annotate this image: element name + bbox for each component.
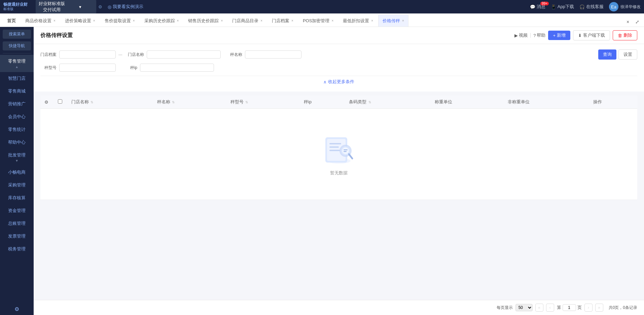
close-icon[interactable]: × [402,19,404,23]
th-scale-name: 秤名称 ⇅ [153,96,226,109]
tab-price-scale[interactable]: 价格传秤 × [378,14,408,27]
tab-purchase-history[interactable]: 采购历史价跟踪 × [140,14,183,27]
last-page-btn[interactable]: » [595,304,603,312]
top-bar: 畅捷通好业财 标准版 好业财标准版交付试用 ▾ ⚙ ◎ 我要看实例演示 💬 消息… [0,0,644,13]
collapse-more-btn[interactable]: ∧ 收起更多条件 [321,77,357,86]
message-btn[interactable]: 💬 消息 99+ [530,4,545,10]
sidebar-item-label: 智慧门店 [8,75,26,81]
user-menu[interactable]: Ea 徐泽华修改 [609,2,641,11]
close-icon[interactable]: × [371,19,373,23]
sidebar-item-label: 资金管理 [8,208,26,214]
page-number-input[interactable] [563,304,576,311]
th-weight-unit: 称重单位 [431,96,504,109]
demo-link[interactable]: ◎ 我要看实例演示 [108,4,143,10]
sidebar-item-smart-store[interactable]: 智慧门店 [0,72,34,85]
sidebar-item-purchase[interactable]: 采购管理 [0,179,34,191]
app-download-btn[interactable]: 📱 App下载 [551,4,574,10]
headset-icon: 🎧 [579,4,585,9]
tab-home-label: 首页 [7,18,16,24]
add-button[interactable]: + 新增 [548,31,570,40]
tab-store-catalog[interactable]: 门店商品目录 × [228,14,267,27]
close-icon[interactable]: × [221,19,223,23]
pagination-bar: 每页显示 50 10 20 100 « ‹ 算 页 › » 共0页，0条记录 [34,300,644,315]
th-label: 称重单位 [435,99,452,104]
filter-ellipsis-btn[interactable]: ··· [118,52,122,57]
close-icon[interactable]: × [260,19,262,23]
message-icon: 💬 [530,4,535,9]
prev-page-btn[interactable]: ‹ [546,304,554,312]
tab-sale-price[interactable]: 售价提取设置 × [100,14,139,27]
sidebar-item-retail[interactable]: 零售管理 ▲ [0,55,34,72]
window-controls: × ⤢ [624,18,641,27]
settings-filter-btn[interactable]: 设置 [618,49,637,60]
per-page-select[interactable]: 50 10 20 100 [515,304,533,311]
th-barcode-type: 条码类型 ⇅ [345,96,431,109]
tab-pos-manage[interactable]: POS加密管理 × [298,14,338,27]
sidebar-item-invoice[interactable]: 发票管理 [0,230,34,243]
tab-store-profile[interactable]: 门店档案 × [267,14,298,27]
sidebar-item-tax[interactable]: 税务管理 [0,243,34,255]
export-button[interactable]: ⬇ 客户端下载 [573,30,610,40]
page-prefix-label: 算 [557,305,561,311]
settings-label: 设置 [623,51,632,58]
sidebar-item-inventory[interactable]: 库存核算 [0,191,34,204]
sidebar-item-retail-stats[interactable]: 零售统计 [0,123,34,136]
close-icon[interactable]: × [177,19,179,23]
filter-scale-model-input[interactable] [59,64,116,72]
tab-label: 门店商品目录 [232,18,258,24]
sidebar-item-finance[interactable]: 资金管理 [0,204,34,217]
maximize-window-btn[interactable]: ⤢ [633,18,641,26]
close-icon[interactable]: × [93,19,95,23]
close-icon[interactable]: × [133,19,135,23]
close-icon[interactable]: × [331,19,333,23]
column-settings-icon[interactable]: ⚙ [44,100,48,105]
filter-scale-ip-input[interactable] [140,64,214,72]
settings-icon[interactable]: ⚙ [14,306,19,312]
first-page-btn[interactable]: « [535,304,543,312]
select-all-checkbox[interactable] [58,99,62,104]
sidebar-item-retail-mall[interactable]: 零售商城 [0,85,34,98]
close-window-btn[interactable]: × [624,18,632,26]
help-link[interactable]: ? 帮助 [533,32,545,38]
gear-icon-topbar[interactable]: ⚙ [98,4,102,9]
filter-scale-name-input[interactable] [245,50,301,59]
sidebar-item-help[interactable]: 帮助中心 [0,136,34,149]
sidebar-item-member[interactable]: 会员中心 [0,110,34,123]
tab-sales-history[interactable]: 销售历史价跟踪 × [184,14,227,27]
sidebar-item-marketing[interactable]: 营销推广 [0,98,34,110]
close-icon[interactable]: × [53,19,56,23]
online-service-btn[interactable]: 🎧 在线客服 [579,4,604,10]
tab-label: 售价提取设置 [105,18,131,24]
sidebar-item-general[interactable]: 总账管理 [0,217,34,230]
table-container: ⚙ 门店名称 ⇅ 秤名称 ⇅ [34,92,644,300]
filter-store-name-input[interactable] [147,50,221,59]
delete-icon: 🗑 [618,33,622,38]
sidebar-item-ecommerce[interactable]: 小畅电商 [0,166,34,179]
filter-store-profile-input[interactable] [59,50,116,59]
delete-button[interactable]: 🗑 删除 [613,30,637,40]
filter-row-2: 秤型号 秤ip [40,64,637,72]
demo-label: 我要看实例演示 [113,4,143,10]
sidebar-item-wholesale[interactable]: 批发管理 ▼ [0,149,34,166]
th-checkbox [54,96,67,109]
tab-min-discount[interactable]: 最低折扣设置 × [338,14,378,27]
version-selector[interactable]: 好业财标准版交付试用 ▾ [36,0,96,14]
video-label: 视频 [519,32,528,38]
query-button[interactable]: 查询 [598,49,616,60]
svg-point-8 [342,147,349,154]
filter-scale-model: 秤型号 [40,64,116,72]
filter-store-name-label: 门店名称 [128,52,144,58]
next-page-btn[interactable]: › [584,304,593,312]
search-menu-btn[interactable]: 搜索菜单 [3,30,31,39]
filter-scale-ip-label: 秤ip [121,65,137,71]
tab-purchase-strategy[interactable]: 进价策略设置 × [61,14,100,27]
chevron-up-icon: ▲ [15,65,19,69]
close-icon[interactable]: × [291,19,293,23]
sidebar-item-label: 会员中心 [8,114,26,120]
tab-product-price[interactable]: 商品价格设置 × [21,14,60,27]
tab-home[interactable]: 首页 [3,14,20,27]
video-link[interactable]: ▶ 视频 [514,32,528,38]
table-header-row: ⚙ 门店名称 ⇅ 秤名称 ⇅ [40,96,637,109]
filter-store-profile: 门店档案 ··· [40,50,122,59]
quick-nav-btn[interactable]: 快捷导航 [3,41,31,50]
